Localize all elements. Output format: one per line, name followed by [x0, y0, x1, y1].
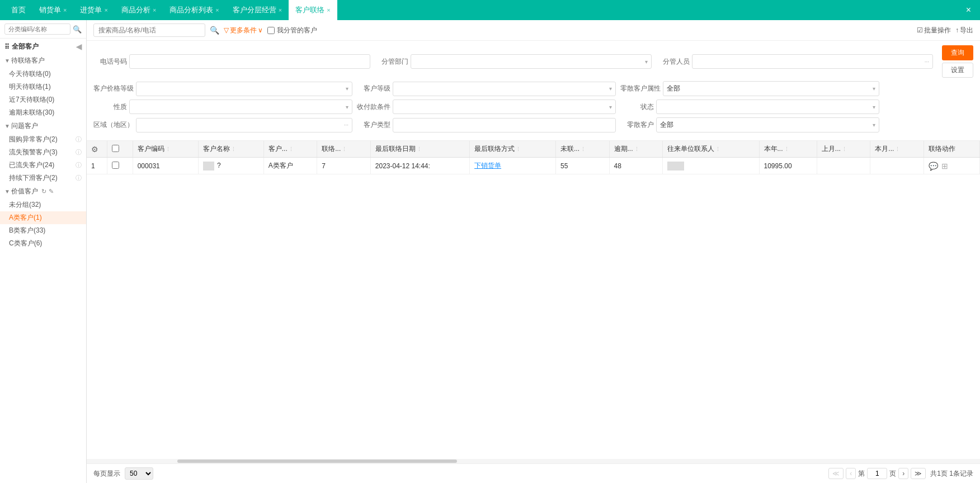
my-customers-checkbox[interactable] [267, 27, 275, 34]
export-icon: ↑ [955, 26, 959, 34]
nav-sales-order[interactable]: 销货单 × [32, 0, 73, 20]
th-contact-count-label: 联络... [322, 144, 341, 154]
page-size-label: 每页显示 [93, 469, 120, 479]
price-level-arrow-icon: ▾ [346, 86, 348, 92]
more-filter-btn[interactable]: ▽ 更多条件 ∨ [224, 26, 263, 35]
arrow-down-icon: ▼ [4, 58, 10, 64]
sidebar-item-churned[interactable]: 已流失客户(24) ⓘ [0, 159, 86, 172]
sidebar-item-b-class[interactable]: B类客户(33) [0, 224, 86, 237]
sidebar-group-problem[interactable]: ▼ 问题客户 [0, 119, 86, 133]
sidebar: 🔍 ⠿ 全部客户 ◀ ▼ 待联络客户 今天待联络(0) 明天待联络(1) 近7天… [0, 20, 87, 483]
sidebar-item-a-class[interactable]: A类客户(1) [0, 211, 86, 224]
chat-icon[interactable]: 💬 [929, 162, 938, 171]
th-overdue[interactable]: 逾期... ⋮ [609, 141, 663, 158]
close-customer-contact[interactable]: × [327, 0, 330, 20]
th-unit-contact[interactable]: 往来单位联系人 ⋮ [663, 141, 759, 158]
window-close-btn[interactable]: × [962, 5, 976, 15]
price-level-input[interactable]: ▾ [136, 82, 352, 96]
nav-customer-segment[interactable]: 客户分层经营 × [226, 0, 289, 20]
th-last-contact-date[interactable]: 最后联络日期 ⋮ [370, 141, 469, 158]
sidebar-item-churn-warning[interactable]: 流失预警客户(3) ⓘ [0, 146, 86, 159]
page-size-select[interactable]: 50 10 20 100 [125, 467, 153, 480]
filter-retail: 零散客户 全部 ▾ [620, 117, 879, 132]
payment-input[interactable]: ▾ [393, 100, 616, 114]
nav-purchase-order[interactable]: 进货单 × [73, 0, 114, 20]
next-page-btn[interactable]: › [898, 468, 908, 479]
sidebar-item-7days-contact[interactable]: 近7天待联络(0) [0, 93, 86, 106]
th-check [107, 141, 133, 158]
first-page-btn[interactable]: ≪ [828, 468, 844, 479]
row-checkbox[interactable] [112, 162, 119, 169]
th-this-year[interactable]: 本年... ⋮ [759, 141, 817, 158]
search-icon-btn[interactable]: 🔍 [210, 26, 219, 35]
close-customer-segment[interactable]: × [279, 0, 282, 20]
phone-input[interactable] [129, 54, 370, 69]
nav-product-analysis-list[interactable]: 商品分析列表 × [163, 0, 225, 20]
person-input[interactable]: ··· [692, 54, 933, 69]
row-check [107, 158, 133, 174]
prev-page-btn[interactable]: ‹ [846, 468, 856, 479]
customer-level-input[interactable]: ▾ [393, 82, 616, 96]
sidebar-item-hoard-customer[interactable]: 囤购异常客户(2) ⓘ [0, 133, 86, 146]
table-scroll-bar [87, 459, 980, 463]
th-last-contact-method-label: 最后联络方式 [474, 144, 515, 154]
th-last-contact-method[interactable]: 最后联络方式 ⋮ [470, 141, 556, 158]
nav-home[interactable]: 首页 [4, 0, 32, 20]
table-area: ⚙ 客户编码 ⋮ 客户名称 [87, 141, 980, 459]
filter-actions: 查询 设置 [942, 45, 973, 78]
close-product-analysis[interactable]: × [153, 0, 156, 20]
edit-icon[interactable]: ✎ [49, 188, 54, 195]
th-last-month[interactable]: 上月... ⋮ [817, 141, 870, 158]
close-product-analysis-list[interactable]: × [215, 0, 219, 20]
retail-attr-input[interactable]: 全部 ▾ [663, 81, 879, 96]
th-customer-type[interactable]: 客户... ⋮ [263, 141, 317, 158]
gear-icon[interactable]: ⚙ [91, 145, 98, 154]
sidebar-item-tomorrow-contact[interactable]: 明天待联络(1) [0, 80, 86, 93]
sidebar-item-declining[interactable]: 持续下滑客户(2) ⓘ [0, 172, 86, 184]
search-input[interactable] [93, 23, 205, 37]
th-name[interactable]: 客户名称 ⋮ [198, 141, 263, 158]
region-input[interactable]: ··· [136, 118, 352, 132]
sidebar-item-c-class[interactable]: C类客户(6) [0, 237, 86, 250]
filter-row-4: 区域（地区） ··· 客户类型 零散客户 全部 ▾ [93, 117, 973, 132]
sidebar-item-overdue-contact[interactable]: 逾期未联络(30) [0, 106, 86, 119]
filter-price-level: 客户价格等级 ▾ [93, 82, 352, 96]
th-this-month[interactable]: 本月... ⋮ [870, 141, 924, 158]
select-all-checkbox[interactable] [112, 145, 119, 152]
qrcode-icon[interactable]: ⊞ [941, 162, 948, 171]
contact-method-link[interactable]: 下销货单 [474, 162, 501, 169]
batch-op-btn[interactable]: ☑ 批量操作 [917, 26, 951, 35]
nav-customer-contact[interactable]: 客户联络 × [289, 0, 337, 20]
sidebar-item-today-contact[interactable]: 今天待联络(0) [0, 68, 86, 80]
my-customers-checkbox-label[interactable]: 我分管的客户 [267, 26, 317, 35]
export-btn[interactable]: ↑ 导出 [955, 26, 973, 35]
dept-input[interactable]: ▾ [411, 54, 652, 69]
sidebar-all-customers[interactable]: ⠿ 全部客户 ◀ [0, 39, 86, 54]
payment-arrow-icon: ▾ [609, 104, 612, 110]
th-no-contact[interactable]: 未联... ⋮ [556, 141, 610, 158]
th-contact-count[interactable]: 联络... ⋮ [317, 141, 371, 158]
nature-label: 性质 [93, 102, 127, 112]
customer-type-input[interactable] [393, 118, 616, 132]
info-icon-4: ⓘ [76, 174, 82, 182]
refresh-icon[interactable]: ↻ [41, 188, 46, 195]
status-input[interactable]: ▾ [656, 100, 879, 114]
page-number-input[interactable] [867, 468, 887, 479]
sidebar-search-icon[interactable]: 🔍 [73, 25, 82, 34]
retail-input[interactable]: 全部 ▾ [656, 117, 879, 132]
scroll-thumb[interactable] [177, 460, 457, 463]
query-button[interactable]: 查询 [942, 45, 973, 60]
close-sales-order[interactable]: × [63, 0, 67, 20]
close-purchase-order[interactable]: × [104, 0, 107, 20]
sidebar-group-pending[interactable]: ▼ 待联络客户 [0, 54, 86, 68]
sidebar-collapse-btn[interactable]: ◀ [76, 42, 82, 51]
nature-input[interactable]: ▾ [129, 100, 352, 114]
nav-product-analysis[interactable]: 商品分析 × [115, 0, 163, 20]
sidebar-item-no-group[interactable]: 未分组(32) [0, 198, 86, 211]
last-page-btn[interactable]: ≫ [911, 468, 926, 479]
sidebar-group-value[interactable]: ▼ 价值客户 ↻ ✎ [0, 184, 86, 198]
settings-button[interactable]: 设置 [942, 63, 973, 78]
sidebar-search-input[interactable] [4, 23, 70, 35]
th-this-year-label: 本年... [764, 144, 783, 154]
th-code[interactable]: 客户编码 ⋮ [133, 141, 198, 158]
